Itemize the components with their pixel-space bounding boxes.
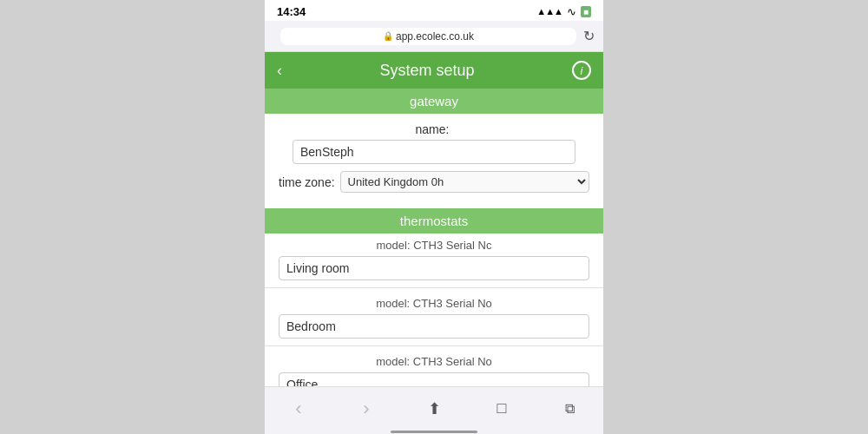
thermostat-name-wrap-3 — [265, 372, 603, 386]
timezone-select[interactable]: United Kingdom 0h UTC 0h CET +1h EST -5h — [340, 171, 589, 193]
timezone-row: time zone: United Kingdom 0h UTC 0h CET … — [279, 171, 589, 193]
thermostat-name-input-2[interactable] — [279, 314, 589, 339]
name-row: name: — [279, 122, 589, 136]
thermostat-name-input-1[interactable] — [279, 256, 589, 280]
wifi-icon: ∿ — [567, 5, 576, 18]
phone-frame: 14:34 ▲▲▲ ∿ ■ 🔒 app.ecolec.co.uk ↻ ‹ Sys… — [265, 0, 603, 434]
home-pill — [391, 431, 477, 433]
info-button[interactable]: i — [572, 61, 591, 80]
thermostat-name-wrap-1 — [265, 256, 603, 280]
thermostat-name-input-3[interactable] — [279, 372, 589, 386]
bookmark-button[interactable]: □ — [484, 399, 519, 418]
signal-icon: ▲▲▲ — [536, 6, 562, 16]
thermostat-model-3: model: CTH3 Serial No — [265, 355, 603, 368]
gateway-form: name: time zone: United Kingdom 0h UTC 0… — [265, 114, 603, 208]
gateway-name-input[interactable] — [293, 140, 575, 164]
reload-button[interactable]: ↻ — [583, 28, 595, 44]
status-time: 14:34 — [277, 5, 306, 18]
share-button[interactable]: ⬆ — [417, 399, 451, 418]
gateway-section-header: gateway — [265, 89, 603, 114]
browser-forward-button[interactable]: › — [349, 398, 384, 420]
timezone-label: time zone: — [279, 175, 335, 189]
browser-bar: 🔒 app.ecolec.co.uk ↻ — [265, 21, 603, 52]
home-indicator — [265, 430, 603, 434]
url-text: app.ecolec.co.uk — [396, 30, 474, 43]
thermostat-item-2: model: CTH3 Serial No — [265, 292, 603, 346]
lock-icon: 🔒 — [383, 31, 393, 41]
thermostat-model-1: model: CTH3 Serial Nc — [265, 239, 603, 252]
app-content: ‹ System setup i gateway name: time zone… — [265, 52, 603, 386]
thermostat-item-3: model: CTH3 Serial No — [265, 350, 603, 386]
back-button[interactable]: ‹ — [277, 62, 282, 80]
thermostat-model-2: model: CTH3 Serial No — [265, 297, 603, 310]
battery-icon: ■ — [581, 6, 591, 17]
thermostat-item-1: model: CTH3 Serial Nc — [265, 233, 603, 288]
thermostat-name-wrap-2 — [265, 314, 603, 339]
url-bar[interactable]: 🔒 app.ecolec.co.uk — [280, 28, 576, 45]
name-label: name: — [416, 122, 450, 136]
browser-back-button[interactable]: ‹ — [281, 398, 316, 420]
status-bar: 14:34 ▲▲▲ ∿ ■ — [265, 0, 603, 21]
page-title: System setup — [379, 62, 474, 80]
status-icons: ▲▲▲ ∿ ■ — [536, 5, 591, 18]
thermostats-section-header: thermostats — [265, 208, 603, 233]
bottom-bar: ‹ › ⬆ □ ⧉ — [265, 386, 603, 430]
tabs-button[interactable]: ⧉ — [552, 401, 587, 417]
app-header: ‹ System setup i — [265, 52, 603, 89]
